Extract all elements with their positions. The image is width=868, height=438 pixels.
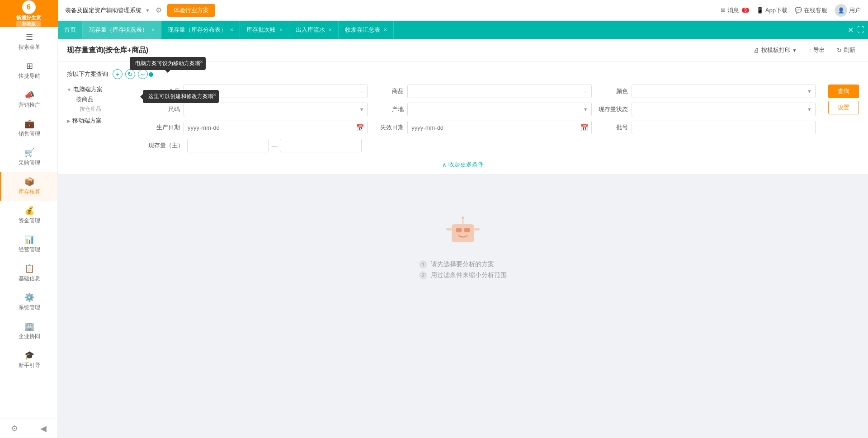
empty-step-2: 2 用过滤条件来缩小分析范围 [419, 271, 507, 279]
batch-label: 批号 [596, 123, 628, 132]
size-select[interactable] [184, 103, 368, 116]
sidebar-item-label-quick: 快捷导航 [19, 72, 40, 80]
sidebar-collapse-btn[interactable]: ◀ [40, 424, 47, 433]
online-support-label: 在线客服 [804, 6, 827, 14]
export-btn[interactable]: ↑ 导出 [805, 44, 829, 56]
scheme-tooltip-close[interactable]: × [200, 59, 203, 65]
sidebar-item-guide[interactable]: 🎓 新手引导 [0, 345, 57, 374]
reset-btn[interactable]: 设置 [828, 101, 859, 114]
finance-icon: 💰 [24, 206, 34, 216]
mobile-group-label: 移动端方案 [72, 117, 102, 125]
produce-date-label: 生产日期 [148, 123, 180, 132]
mobile-group-arrow: ▶ [67, 118, 71, 123]
message-btn[interactable]: ✉ 消息 9 [721, 6, 749, 14]
filter-add-btn[interactable]: + [113, 69, 123, 79]
tab-stock-dist-close[interactable]: × [230, 27, 233, 33]
sidebar-item-basic[interactable]: 📋 基础信息 [0, 259, 57, 287]
origin-select[interactable] [407, 103, 591, 116]
search-btn[interactable]: 查询 [828, 85, 859, 98]
filter-field-stock-status: 现存量状态 ▼ [596, 103, 816, 116]
topbar-settings-btn[interactable]: ⚙ [156, 6, 162, 14]
scheme-group-mobile-header[interactable]: ▶ 移动端方案 [67, 116, 139, 126]
tab-stock-status[interactable]: 现存量（库存状况表） × [83, 21, 161, 39]
produce-date-input[interactable] [184, 121, 368, 134]
goods-input-wrap: ··· [407, 85, 591, 98]
sidebar-item-stock[interactable]: 📦 库存核算 [0, 172, 57, 201]
system-icon: ⚙️ [24, 292, 34, 302]
tab-inout-flow-close[interactable]: × [329, 27, 332, 33]
system-dropdown-btn[interactable]: ▼ [145, 8, 150, 13]
stock-status-label: 现存量状态 [596, 105, 628, 113]
marketing-icon: 📣 [24, 90, 34, 100]
filter-row-4: 现存量（主） — [148, 139, 816, 152]
trial-btn[interactable]: 体验行业方案 [167, 4, 215, 17]
goods-dots[interactable]: ··· [583, 88, 588, 95]
stock-qty-min-input[interactable] [187, 139, 269, 152]
edit-scheme-tooltip-close[interactable]: × [213, 92, 216, 98]
scheme-item-by-warehouse[interactable]: 按仓库品 [67, 104, 139, 114]
collapse-btn[interactable]: ∧ 收起更多条件 [442, 160, 484, 169]
scheme-group-desktop-header[interactable]: ▼ 电脑端方案 [67, 85, 139, 94]
edit-scheme-tooltip: 这里可以创建和修改方案哦 × [143, 90, 219, 103]
refresh-label: 刷新 [844, 46, 855, 54]
filter-refresh-btn[interactable]: ↻ [125, 69, 135, 79]
filter-field-expire-date: 失效日期 📅 [372, 121, 591, 134]
filter-row-1: 仓库 ··· 商品 ··· 颜色 [148, 85, 816, 98]
sidebar-item-system[interactable]: ⚙️ 系统管理 [0, 287, 57, 316]
purchase-icon: 🛒 [24, 148, 34, 158]
expire-date-input[interactable] [407, 121, 591, 134]
produce-date-calendar-icon[interactable]: 📅 [356, 124, 364, 131]
filter-field-stock-qty: 现存量（主） — [148, 139, 368, 152]
expire-date-calendar-icon[interactable]: 📅 [580, 124, 588, 131]
online-support-btn[interactable]: 💬 在线客服 [795, 6, 827, 14]
tab-stock-dist[interactable]: 现存量（库存分布表） × [161, 21, 240, 39]
app-logo[interactable]: 6 畅通好生意 标准版 [0, 0, 58, 27]
sidebar-item-enterprise[interactable]: 🏢 企业协同 [0, 316, 57, 345]
tabbar-right: ✕ ⛶ [848, 26, 868, 34]
color-select[interactable] [632, 85, 816, 98]
sidebar-settings-btn[interactable]: ⚙ [11, 424, 18, 433]
app-download-btn[interactable]: 📱 App下载 [756, 6, 788, 14]
sidebar-item-quick-nav[interactable]: ⊞ 快捷导航 [0, 56, 57, 85]
filter-arrow-btn[interactable]: ← [138, 69, 148, 79]
tab-close-all-btn[interactable]: ✕ [848, 26, 854, 34]
batch-input-wrap [632, 121, 816, 134]
stock-status-input-wrap: ▼ [632, 103, 816, 116]
stock-status-select[interactable] [632, 103, 816, 116]
sidebar-item-sales[interactable]: 💼 销售管理 [0, 114, 57, 143]
tab-recv-summary-close[interactable]: × [384, 27, 387, 33]
tab-maximize-btn[interactable]: ⛶ [857, 26, 864, 34]
sidebar-item-marketing[interactable]: 📣 营销推广 [0, 85, 57, 114]
tab-stock-batch-close[interactable]: × [279, 27, 283, 33]
print-icon: 🖨 [754, 47, 760, 54]
print-btn[interactable]: 🖨 按模板打印 ▼ [750, 44, 801, 56]
scheme-tooltip: 电脑方案可设为移动方案哦 × [130, 57, 206, 70]
tab-stock-batch[interactable]: 库存批次账 × [240, 21, 289, 39]
goods-input[interactable] [407, 85, 591, 98]
sidebar-item-operation[interactable]: 📊 经营管理 [0, 230, 57, 259]
user-btn[interactable]: 👤 用户 [835, 4, 861, 17]
filter-actions: ∧ 收起更多条件 [67, 160, 859, 169]
tab-stock-status-close[interactable]: × [151, 27, 155, 33]
warehouse-dots[interactable]: ··· [359, 88, 364, 95]
sidebar-item-finance[interactable]: 💰 资金管理 [0, 201, 57, 230]
sidebar-item-label-search: 搜索菜单 [19, 43, 40, 51]
size-input-wrap: ▼ [184, 103, 368, 116]
sidebar-nav: ☰ 搜索菜单 ⊞ 快捷导航 📣 营销推广 💼 销售管理 🛒 采购管理 📦 库存核… [0, 27, 57, 419]
refresh-icon: ↻ [837, 47, 842, 54]
filter-field-color: 颜色 ▼ [596, 85, 816, 98]
refresh-btn[interactable]: ↻ 刷新 [833, 44, 859, 56]
guide-icon: 🎓 [24, 350, 34, 360]
sidebar-item-purchase[interactable]: 🛒 采购管理 [0, 143, 57, 172]
sidebar-item-search-menu[interactable]: ☰ 搜索菜单 [0, 27, 57, 56]
sidebar: 6 畅通好生意 标准版 ☰ 搜索菜单 ⊞ 快捷导航 📣 营销推广 💼 销售管理 … [0, 0, 58, 438]
tab-recv-summary[interactable]: 收发存汇总表 × [339, 21, 394, 39]
scheme-item-by-goods[interactable]: 按商品 [67, 94, 139, 104]
stock-qty-max-input[interactable] [280, 139, 361, 152]
sidebar-item-label-finance: 资金管理 [19, 217, 40, 225]
tab-home[interactable]: 首页 [58, 21, 83, 39]
tab-inout-flow[interactable]: 出入库流水 × [289, 21, 339, 39]
batch-input[interactable] [632, 121, 816, 134]
scheme-tree-panel: 这里可以创建和修改方案哦 × ▼ 电脑端方案 按商品 按仓库品 [67, 85, 139, 127]
filter-row-3: 生产日期 📅 失效日期 📅 批号 [148, 121, 816, 134]
